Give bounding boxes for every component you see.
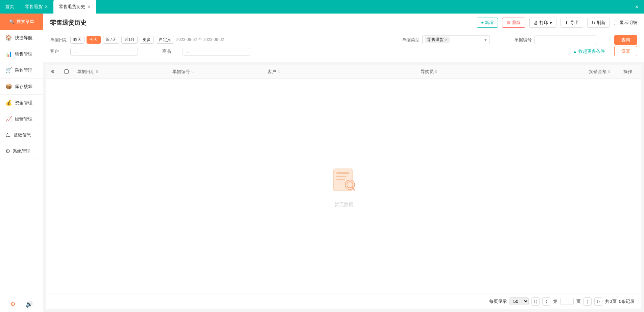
add-button[interactable]: + 新增	[477, 18, 498, 28]
total-label: 共0页, 0条记录	[605, 298, 635, 305]
sidebar-item-basic-info-label: 基础信息	[14, 132, 31, 138]
print-label: 打印	[540, 20, 548, 26]
page-label: 第	[553, 298, 557, 305]
empty-label: 暂无数据	[334, 202, 353, 208]
first-page-btn[interactable]: ⟨⟨	[531, 297, 540, 306]
print-icon: 🖨	[534, 20, 538, 25]
sidebar-search-label: 搜索菜单	[17, 19, 34, 25]
date-filter: 昨天 今天 近7天 近1月 更多 自定义 2023-06-02 至 2023-0…	[70, 36, 224, 44]
pagination: 每页显示 50 10 20 100 ⟨⟨ ⟨ 第 1 页 ⟩ ⟩⟩ 共0页, 0…	[46, 293, 641, 309]
operations-icon: 📈	[5, 116, 12, 122]
page-title: 零售退货历史	[50, 19, 87, 27]
purchase-icon: 🛒	[5, 67, 12, 73]
th-amount[interactable]: 实销金额 ⇅	[533, 66, 614, 77]
filter-settings-button[interactable]: 设置	[614, 46, 637, 56]
next-page-btn[interactable]: ⟩	[583, 297, 592, 306]
th-action-label: 操作	[623, 69, 632, 75]
print-button[interactable]: 🖨 打印 ▾	[529, 18, 556, 28]
sidebar-bottom: ⚙ 🔊	[0, 296, 43, 312]
tab-retail-return[interactable]: 零售退货 ✕	[20, 0, 53, 14]
finance-icon: 💰	[5, 99, 12, 106]
tab-retail-return-history-close[interactable]: ✕	[87, 4, 91, 9]
tab-home[interactable]: 首页	[0, 0, 20, 14]
tab-home-label: 首页	[5, 4, 14, 10]
sidebar-item-quick-nav-label: 快捷导航	[15, 35, 32, 41]
query-button[interactable]: 查询	[614, 35, 637, 45]
page-number-input[interactable]: 1	[560, 298, 574, 305]
table-wrap: ⚙ 单据日期 ⇅ 单据编号 ⇅ 客户 ⇅ 导购员 ⇅	[46, 65, 641, 309]
export-button[interactable]: ⬆ 导出	[560, 18, 583, 28]
sidebar-item-system[interactable]: ⚙ 系统管理	[0, 143, 43, 159]
last-page-btn[interactable]: ⟩⟩	[594, 297, 602, 306]
tab-retail-return-label: 零售退货	[25, 4, 43, 10]
voucher-type-tag-close[interactable]: ✕	[445, 38, 448, 42]
th-customer[interactable]: 客户 ⇅	[263, 66, 416, 77]
date-yesterday-btn[interactable]: 昨天	[70, 36, 85, 44]
th-action: 操作	[614, 66, 641, 77]
settings-bottom-icon[interactable]: ⚙	[10, 300, 16, 308]
sidebar-item-sales[interactable]: 📊 销售管理	[0, 46, 43, 62]
filter-section-1: 单据日期 昨天 今天 近7天 近1月 更多 自定义 2023-06-02 至 2…	[50, 35, 609, 44]
window-close-btn[interactable]: ✕	[635, 4, 644, 9]
sidebar-item-finance-label: 资金管理	[15, 100, 32, 106]
empty-state: 暂无数据	[46, 79, 641, 293]
collapse-label: 收起更多条件	[578, 48, 605, 54]
toolbar: + 新增 🗑 删除 🖨 打印 ▾ ⬆ 导出 ↻ 刷新	[477, 18, 637, 28]
filter-section-2: 客户 商品	[50, 47, 609, 56]
voucher-type-dropdown-icon: ▾	[484, 37, 487, 42]
sidebar-item-inventory[interactable]: 📦 库存核算	[0, 79, 43, 95]
collapse-icon: ▲	[573, 49, 577, 54]
filter-main: 单据日期 昨天 今天 近7天 近1月 更多 自定义 2023-06-02 至 2…	[50, 35, 609, 59]
collapse-btn[interactable]: ▲ 收起更多条件	[569, 47, 609, 56]
customer-label: 客户	[50, 48, 68, 54]
sidebar-item-system-label: 系统管理	[13, 148, 30, 154]
tab-retail-return-close[interactable]: ✕	[45, 4, 48, 9]
th-customer-label: 客户	[267, 69, 276, 75]
refresh-button[interactable]: ↻ 刷新	[587, 18, 610, 28]
refresh-icon: ↻	[592, 20, 595, 25]
th-guide-sort-icon: ⇅	[435, 70, 437, 73]
display-detail-toggle[interactable]: 显示明细	[614, 20, 637, 26]
date-range-display: 2023-06-02 至 2023-06-02	[176, 37, 224, 43]
sidebar-item-basic-info[interactable]: 🗂 基础信息	[0, 127, 43, 143]
tab-retail-return-history[interactable]: 零售退货历史 ✕	[53, 0, 96, 14]
display-detail-label: 显示明细	[620, 20, 637, 26]
per-page-select[interactable]: 50 10 20 100	[509, 297, 529, 305]
display-detail-checkbox[interactable]	[614, 21, 618, 25]
inventory-icon: 📦	[5, 83, 12, 90]
th-date[interactable]: 单据日期 ⇅	[73, 66, 168, 77]
voucher-type-tag-text: 零售退货	[427, 37, 444, 43]
date-7days-btn[interactable]: 近7天	[103, 36, 119, 44]
customer-input[interactable]	[73, 49, 135, 54]
goods-input-wrap[interactable]	[183, 48, 250, 55]
top-bar: 首页 零售退货 ✕ 零售退货历史 ✕ ✕	[0, 0, 644, 14]
date-filter-label: 单据日期	[50, 37, 68, 43]
date-today-btn[interactable]: 今天	[87, 36, 101, 44]
th-checkbox[interactable]	[59, 67, 73, 76]
th-guide-label: 导购员	[421, 69, 434, 75]
sidebar-item-purchase-label: 采购管理	[15, 67, 32, 73]
sidebar-item-finance[interactable]: 💰 资金管理	[0, 95, 43, 111]
th-no[interactable]: 单据编号 ⇅	[168, 66, 264, 77]
sidebar-search[interactable]: 🔍 搜索菜单	[0, 14, 43, 30]
prev-page-btn[interactable]: ⟨	[542, 297, 550, 306]
date-1month-btn[interactable]: 近1月	[121, 36, 138, 44]
customer-input-wrap[interactable]	[70, 48, 138, 55]
goods-input[interactable]	[186, 49, 247, 54]
audio-icon[interactable]: 🔊	[25, 300, 33, 308]
sidebar-item-purchase[interactable]: 🛒 采购管理	[0, 62, 43, 79]
sidebar-item-operations[interactable]: 📈 经营管理	[0, 111, 43, 127]
print-arrow-icon: ▾	[550, 20, 552, 25]
voucher-type-select[interactable]: 零售退货 ✕ ▾	[422, 35, 490, 44]
th-settings[interactable]: ⚙	[46, 66, 59, 77]
voucher-no-input[interactable]	[534, 36, 597, 44]
th-date-label: 单据日期	[77, 69, 95, 75]
delete-button[interactable]: 🗑 删除	[502, 18, 525, 28]
select-all-checkbox[interactable]	[64, 69, 69, 74]
th-guide[interactable]: 导购员 ⇅	[416, 66, 533, 77]
date-more-btn[interactable]: 更多	[140, 36, 154, 44]
svg-rect-1	[336, 172, 349, 174]
svg-rect-3	[336, 179, 345, 180]
date-custom-btn[interactable]: 自定义	[156, 36, 174, 44]
sidebar-item-quick-nav[interactable]: 🏠 快捷导航	[0, 30, 43, 46]
